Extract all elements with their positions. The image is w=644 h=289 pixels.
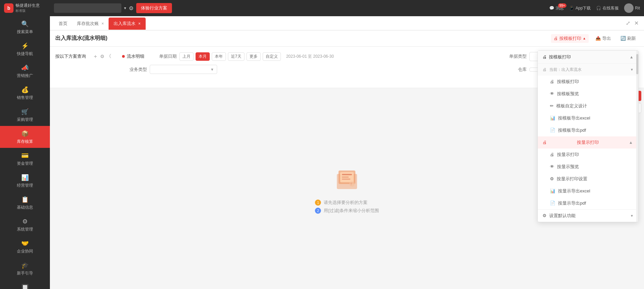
dropdown-item-display-preview[interactable]: 👁 按显示预览 <box>538 161 638 173</box>
app-body: 🔍 搜索菜单 ⚡ 快捷导航 📣 营销推广 💰 销售管理 🛒 采购管理 📦 库存核… <box>0 16 644 289</box>
app-download-action[interactable]: 📱 App下载 <box>569 5 591 11</box>
pdf-icon: 📄 <box>550 128 555 133</box>
sidebar-label-purchase: 采购管理 <box>17 117 33 123</box>
date-btn-custom[interactable]: 自定义 <box>263 52 281 61</box>
dropdown-item-template-excel[interactable]: 📊 按模板导出excel <box>538 112 638 124</box>
search-input[interactable] <box>54 3 121 13</box>
date-btn-last-month[interactable]: 上月 <box>179 52 194 61</box>
sidebar-item-sales[interactable]: 💰 销售管理 <box>0 82 50 104</box>
svg-point-6 <box>349 181 355 187</box>
sidebar-item-system[interactable]: ⚙ 系统管理 <box>0 214 50 236</box>
tab-flow[interactable]: 出入库流水 × <box>109 18 146 30</box>
dropdown-item-template-print[interactable]: 🖨 按模板打印 <box>538 76 638 88</box>
sidebar-item-search[interactable]: 🔍 搜索菜单 <box>0 16 50 38</box>
sidebar-item-apps[interactable]: 🔲 应用中心 <box>0 280 50 289</box>
sidebar-item-shortcuts[interactable]: ⚡ 快捷导航 <box>0 38 50 60</box>
step-1-badge: 1 <box>315 200 321 206</box>
avatar <box>624 3 634 13</box>
trial-button[interactable]: 体验行业方案 <box>136 3 172 13</box>
dropdown-collapse-icon[interactable]: ▲ <box>630 55 634 59</box>
tab-close-batch[interactable]: × <box>101 21 104 26</box>
business-type-select[interactable]: ▾ <box>150 65 217 74</box>
dropdown-item-set-default[interactable]: ⚙ 设置默认功能 ▾ <box>538 209 638 222</box>
sidebar-item-purchase[interactable]: 🛒 采购管理 <box>0 104 50 126</box>
svg-rect-4 <box>342 177 349 178</box>
date-btn-more[interactable]: 更多 <box>246 52 261 61</box>
sidebar-item-marketing[interactable]: 📣 营销推广 <box>0 60 50 82</box>
dropdown-item-display-excel[interactable]: 📊 按显示导出excel <box>538 185 638 197</box>
sidebar-label-sales: 销售管理 <box>17 95 33 101</box>
date-btn-current-year[interactable]: 本年 <box>212 52 226 61</box>
refresh-button[interactable]: 🔄 刷新 <box>618 34 639 43</box>
date-btn-last-7[interactable]: 近7天 <box>228 52 244 61</box>
voucher-type-label: 单据类型 <box>509 53 527 59</box>
empty-step-2: 2 用[过滤]条件来缩小分析范围 <box>315 208 379 214</box>
sidebar-label-marketing: 营销推广 <box>17 73 33 79</box>
dropdown-header: 🖨 按模板打印 ▲ <box>538 51 638 64</box>
search-chevron-icon[interactable]: ▾ <box>124 6 126 10</box>
handshake-icon: 🤝 <box>21 240 29 247</box>
flow-dot <box>122 55 125 58</box>
sidebar-item-basics[interactable]: 📋 基础信息 <box>0 192 50 214</box>
date-range: 2023-06-01 至 2023-06-30 <box>286 54 334 59</box>
sidebar-label-guide: 新手引导 <box>17 270 33 276</box>
dropdown-item-display-settings[interactable]: ⚙ 按显示打印设置 <box>538 173 638 185</box>
filter-title: 按以下方案查询 <box>55 53 86 59</box>
header-actions: 🖨 按模板打印 ▲ 📤 导出 🔄 刷新 🖨 <box>551 34 639 43</box>
sidebar-label-shortcuts: 快捷导航 <box>17 51 33 57</box>
user-avatar-action[interactable]: Rit <box>624 3 640 13</box>
dropdown-item-template-custom[interactable]: ✏ 模板自定义设计 <box>538 100 638 112</box>
card-icon: 💳 <box>21 152 29 159</box>
clipboard-icon: 📋 <box>21 196 29 203</box>
date-filters: 上月 本月 本年 近7天 更多 自定义 <box>179 52 281 61</box>
message-action[interactable]: 💬 消息 99+ <box>549 5 564 11</box>
message-icon: 💬 <box>549 6 554 10</box>
flow-item[interactable]: 流水明细 <box>118 51 148 61</box>
dropdown-item-template-pdf[interactable]: 📄 按模板导出pdf <box>538 124 638 136</box>
print-small-icon: 🖨 <box>550 79 554 84</box>
export-button[interactable]: 📤 导出 <box>593 34 614 43</box>
export-icon: 📤 <box>595 36 601 41</box>
page-title: 出入库流水(流水明细) <box>55 35 551 42</box>
tab-batch[interactable]: 库存批次账 × <box>72 18 109 29</box>
grid-icon: 🔲 <box>21 284 29 289</box>
megaphone-icon: 📣 <box>21 64 29 72</box>
tab-close-icon[interactable]: ✕ <box>633 19 640 28</box>
tab-close-flow[interactable]: × <box>138 21 141 26</box>
dropdown-section-display-print[interactable]: 🖨 按显示打印 ▲ <box>538 136 638 149</box>
sidebar-item-operations[interactable]: 📊 经营管理 <box>0 170 50 192</box>
tab-home[interactable]: 首页 <box>54 18 72 29</box>
filter-settings-icon[interactable]: ⚙ <box>100 54 105 59</box>
filter-left-arrow-icon[interactable]: 《 <box>107 53 111 59</box>
gear-icon: ⚙ <box>22 218 28 225</box>
dropdown-item-display-pdf[interactable]: 📄 按显示导出pdf <box>538 197 638 209</box>
dropdown-scrollbar[interactable] <box>636 51 638 222</box>
sidebar-item-finance[interactable]: 💳 资金管理 <box>0 148 50 170</box>
topbar-settings-icon[interactable]: ⚙ <box>129 5 134 11</box>
display-preview-icon: 👁 <box>550 164 554 169</box>
sidebar-label-collab: 企业协同 <box>17 248 33 254</box>
display-print-icon: 🖨 <box>550 152 554 157</box>
dropdown-item-template-preview[interactable]: 👁 按模板预览 <box>538 88 638 100</box>
empty-step-1: 1 请先选择要分析的方案 <box>315 200 379 206</box>
logo-area: b 畅捷通好生意 标准版 <box>4 3 51 13</box>
page-header: 出入库流水(流水明细) 🖨 按模板打印 ▲ 📤 导出 🔄 刷新 <box>50 30 644 47</box>
date-field-label: 单据日期 <box>159 53 177 59</box>
svg-rect-3 <box>342 174 352 175</box>
sidebar-item-inventory[interactable]: 📦 库存核算 <box>0 126 50 148</box>
default-icon: ⚙ <box>543 213 547 218</box>
template-print-button[interactable]: 🖨 按模板打印 ▲ <box>551 34 589 43</box>
headset-icon: 🎧 <box>596 6 601 10</box>
sidebar-label-basics: 基础信息 <box>17 205 33 210</box>
tab-maximize-icon[interactable]: ⤢ <box>624 19 632 28</box>
current-icon: 🖨 <box>543 67 547 72</box>
online-service-action[interactable]: 🎧 在线客服 <box>596 5 619 11</box>
design-icon: ✏ <box>550 103 554 108</box>
dropdown-item-display-print[interactable]: 🖨 按显示打印 <box>538 149 638 161</box>
sidebar-item-guide[interactable]: 🎓 新手引导 <box>0 258 50 280</box>
date-btn-current-month[interactable]: 本月 <box>196 52 210 61</box>
dropdown-scrollbar-thumb[interactable] <box>636 54 638 74</box>
sidebar-item-collab[interactable]: 🤝 企业协同 <box>0 236 50 258</box>
sidebar: 🔍 搜索菜单 ⚡ 快捷导航 📣 营销推广 💰 销售管理 🛒 采购管理 📦 库存核… <box>0 16 50 289</box>
filter-add-icon[interactable]: ＋ <box>93 53 98 60</box>
